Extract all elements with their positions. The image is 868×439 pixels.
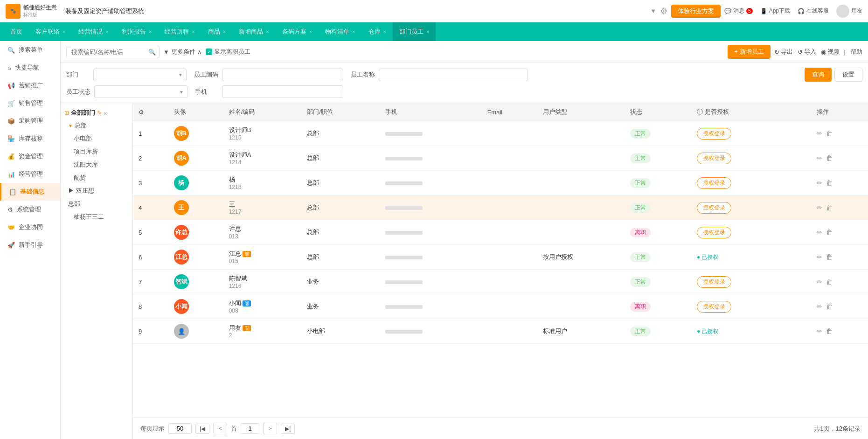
user-info-btn[interactable]: 用友 [836, 5, 862, 18]
auth-login-button[interactable]: 授权登录 [697, 128, 731, 139]
sidebar-item-资金管理[interactable]: 💰资金管理 [0, 147, 60, 165]
phone-input[interactable] [222, 85, 343, 98]
nav-tab-商品[interactable]: 商品× [201, 22, 232, 41]
delete-button[interactable]: 🗑 [826, 204, 833, 211]
dept-tree-item-总部[interactable]: 总部 [61, 197, 132, 210]
edit-button[interactable]: ✏ [817, 179, 822, 187]
per-page-input[interactable] [168, 423, 192, 434]
auth-login-button[interactable]: 授权登录 [697, 177, 731, 189]
tab-close-icon[interactable]: × [62, 29, 65, 35]
settings-col-icon[interactable]: ⚙ [139, 109, 144, 116]
edit-button[interactable]: ✏ [817, 229, 822, 236]
sidebar-item-系统管理[interactable]: ⚙系统管理 [0, 201, 60, 218]
nav-tab-利润报告[interactable]: 利润报告× [115, 22, 158, 41]
auth-login-button[interactable]: 授权登录 [697, 301, 731, 313]
dept-edit-icon[interactable]: ✎ [97, 110, 102, 116]
dept-tree-item-柚杨王三二[interactable]: 柚杨王三二 [61, 210, 132, 223]
row-auth[interactable]: 授权登录 [691, 294, 787, 319]
nav-tab-仓库[interactable]: 仓库× [362, 22, 393, 41]
nav-tab-经营历程[interactable]: 经营历程× [158, 22, 201, 41]
add-employee-button[interactable]: + 新增员工 [728, 45, 770, 59]
edit-button[interactable]: ✏ [817, 303, 822, 310]
empname-input[interactable] [379, 69, 528, 81]
delete-button[interactable]: 🗑 [826, 303, 833, 310]
auth-login-button[interactable]: 授权登录 [697, 227, 731, 238]
row-auth[interactable]: 授权登录 [691, 146, 787, 171]
tab-close-icon[interactable]: × [383, 29, 386, 35]
edit-button[interactable]: ✏ [817, 253, 822, 261]
first-page-btn[interactable]: |◀ [195, 424, 209, 434]
edit-button[interactable]: ✏ [817, 204, 822, 211]
export-btn[interactable]: ↻ 导出 [774, 48, 793, 56]
row-auth[interactable]: 授权登录 [691, 171, 787, 195]
row-auth[interactable]: 授权登录 [691, 220, 787, 245]
app-download-btn[interactable]: 📱 App下载 [760, 7, 790, 15]
search-input[interactable] [66, 46, 160, 58]
dept-tree-item-配货[interactable]: 配货 [61, 171, 132, 184]
delete-button[interactable]: 🗑 [826, 253, 833, 261]
row-auth[interactable]: 授权登录 [691, 270, 787, 294]
dept-tree-item-小电部[interactable]: 小电部 [61, 132, 132, 145]
auth-login-button[interactable]: 授权登录 [697, 276, 731, 288]
delete-button[interactable]: 🗑 [826, 328, 833, 335]
sidebar-item-销售管理[interactable]: 🛒销售管理 [0, 94, 60, 112]
nav-tab-部门员工[interactable]: 部门员工× [393, 22, 436, 41]
status-select[interactable] [94, 85, 187, 98]
import-btn[interactable]: ↺ 导入 [798, 48, 816, 56]
sidebar-item-企业协同[interactable]: 🤝企业协同 [0, 218, 60, 236]
dept-select[interactable] [93, 69, 187, 81]
message-btn[interactable]: 💬 消息 5 [724, 7, 753, 15]
nav-tab-客户联络[interactable]: 客户联络× [29, 22, 72, 41]
sidebar-item-新手引导[interactable]: 🚀新手引导 [0, 236, 60, 254]
sidebar-item-基础信息[interactable]: 📋基础信息 [0, 183, 60, 201]
nav-tab-首页[interactable]: 首页 [4, 22, 29, 41]
last-page-btn[interactable]: ▶| [281, 424, 295, 434]
tab-close-icon[interactable]: × [149, 29, 152, 35]
dept-tree-item-沈阳大库[interactable]: 沈阳大库 [61, 158, 132, 171]
nav-tab-新增商品[interactable]: 新增商品× [232, 22, 275, 41]
empcode-input[interactable] [222, 69, 343, 81]
query-button[interactable]: 查询 [805, 68, 832, 82]
row-auth[interactable]: 授权登录 [691, 195, 787, 220]
sidebar-item-营销推广[interactable]: 📢营销推广 [0, 77, 60, 94]
tab-close-icon[interactable]: × [309, 29, 312, 35]
nav-tab-经营情况[interactable]: 经营情况× [72, 22, 115, 41]
search-icon[interactable]: 🔍 [148, 49, 156, 56]
nav-tab-物料清单[interactable]: 物料清单× [319, 22, 361, 41]
edit-button[interactable]: ✏ [817, 278, 822, 286]
tab-close-icon[interactable]: × [105, 29, 108, 35]
edit-button[interactable]: ✏ [817, 328, 822, 335]
dept-all-label[interactable]: 全部部门 [71, 109, 95, 117]
dropdown-arrow-icon[interactable]: ▼ [650, 7, 656, 14]
tab-close-icon[interactable]: × [352, 29, 355, 35]
tab-close-icon[interactable]: × [426, 29, 429, 35]
view-btn[interactable]: ◉ 视频 [821, 48, 840, 56]
dept-collapse-icon[interactable]: « [104, 110, 107, 117]
help-btn[interactable]: | [844, 49, 846, 56]
sidebar-item-采购管理[interactable]: 📦采购管理 [0, 112, 60, 130]
online-service-btn[interactable]: 🎧 在线客服 [798, 7, 829, 15]
tab-close-icon[interactable]: × [223, 29, 226, 35]
delete-button[interactable]: 🗑 [826, 179, 833, 187]
dept-tree-item-▶ 双庄想[interactable]: ▶ 双庄想 [61, 184, 132, 197]
prev-page-btn[interactable]: ＜ [213, 423, 227, 434]
help-label[interactable]: 帮助 [850, 48, 862, 56]
delete-button[interactable]: 🗑 [826, 130, 833, 137]
show-resigned-check[interactable]: ✓ 显示离职员工 [206, 48, 250, 56]
sidebar-item-快捷导航[interactable]: ⌂快捷导航 [0, 59, 60, 77]
tab-close-icon[interactable]: × [266, 29, 269, 35]
sidebar-item-经营管理[interactable]: 📊经营管理 [0, 165, 60, 183]
current-page-input[interactable] [241, 423, 259, 434]
dept-tree-item-项目库房[interactable]: 项目库房 [61, 145, 132, 158]
sidebar-item-搜索菜单[interactable]: 🔍搜索菜单 [0, 41, 60, 59]
delete-button[interactable]: 🗑 [826, 278, 833, 286]
nav-tab-条码方案[interactable]: 条码方案× [276, 22, 319, 41]
dept-tree-item-总部[interactable]: ▼ 总部 [61, 119, 132, 132]
col-header-0[interactable]: ⚙ [133, 103, 168, 121]
next-page-btn[interactable]: ＞ [263, 423, 277, 434]
delete-button[interactable]: 🗑 [826, 229, 833, 236]
settings-icon[interactable]: ⚙ [660, 6, 667, 16]
tab-close-icon[interactable]: × [192, 29, 194, 35]
auth-login-button[interactable]: 授权登录 [697, 153, 731, 164]
auth-login-button[interactable]: 授权登录 [697, 202, 731, 214]
